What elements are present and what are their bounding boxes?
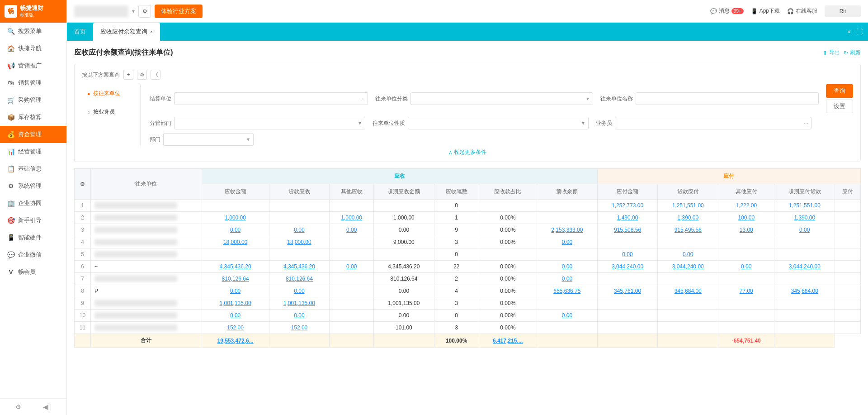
window-close-icon[interactable]: × [847,28,851,35]
sidebar-settings-btn[interactable]: ⚙ [15,403,21,410]
query-btn-group: 查询 设置 [826,84,853,113]
col-rec-overdue: 超期应收金额 [374,184,434,200]
collapse-arrow-icon: 《 [153,71,158,79]
sidebar: 畅 畅捷通财 标准版 🔍 搜索菜单 🏠 快捷导航 📢 营销推广 🛍 销售管理 🛒… [0,0,67,415]
export-button[interactable]: ⬆ 导出 [823,49,840,57]
search-fields-container: ● 按往来单位 ○ 按业务员 [82,84,853,146]
sidebar-item-search[interactable]: 🔍 搜索菜单 [0,23,66,40]
home-icon: 🏠 [7,45,14,52]
header-right: 💬 消息 99+ 📱 App下载 🎧 在线客服 Rit [710,5,861,17]
tab-close-icon[interactable]: × [150,29,153,34]
sidebar-item-sales[interactable]: 🛍 销售管理 [0,74,66,91]
sidebar-item-guide[interactable]: 🎯 新手引导 [0,212,66,229]
field-department: 部门 ▾ [146,133,853,146]
chevron-up-icon: ∧ [448,149,453,156]
page-inner: 应收应付余额查询(按往来单位) ⬆ 导出 ↻ 刷新 [67,41,868,415]
tab-receivables[interactable]: 应收应付余额查询 × [93,23,160,41]
sidebar-item-hardware[interactable]: 📱 智能硬件 [0,229,66,246]
online-service-action[interactable]: 🎧 在线客服 [787,7,817,15]
sidebar-item-purchase[interactable]: 🛒 采购管理 [0,91,66,109]
basic-icon: 📋 [7,165,14,172]
sidebar-bottom: ⚙ ◀‖ [0,398,66,415]
settings-small-icon: ⚙ [140,72,145,78]
user-info[interactable]: Rit [825,5,861,17]
window-expand-icon[interactable]: ⛶ [856,28,863,35]
col-rec-other: 其他应收 [330,184,374,200]
total-rec-amount[interactable]: 19,553,472,6... [202,334,269,348]
salesperson-input[interactable]: ··· [615,117,811,129]
receivable-group-header: 应收 [202,169,597,184]
total-pay-prepay[interactable]: 6,417,215.... [479,334,537,348]
sidebar-item-inventory[interactable]: 📦 库存核算 [0,109,66,126]
partner-name-input[interactable] [636,92,819,105]
app-logo: 畅 畅捷通财 标准版 [0,0,66,23]
table-row: 418,000.0018,000.009,000.0030.00%0.00 [75,236,861,248]
search-area: 按以下方案查询 + ⚙ 《 [74,64,861,162]
partner-name-cell [91,310,202,322]
main-area: ▾ ⚙ 体验行业方案 💬 消息 99+ 📱 App下载 🎧 在线 [67,0,868,415]
partner-category-select[interactable]: ▾ [410,92,594,105]
field-salesperson: 业务员 ··· [592,117,815,129]
page-content: 应收应付余额查询(按往来单位) ⬆ 导出 ↻ 刷新 [67,41,868,415]
col-rec-loan: 贷款应收 [269,184,330,200]
sidebar-item-business[interactable]: 📊 经营管理 [0,143,66,160]
collapse-more-button[interactable]: ∧ 收起更多条件 [448,148,486,156]
logo-badge: 标准版 [20,12,43,18]
scheme-collapse-button[interactable]: 《 [151,70,160,80]
corp-icon: 🏢 [7,200,14,207]
add-scheme-button[interactable]: + [123,70,133,80]
sidebar-item-corp[interactable]: 🏢 企业协同 [0,195,66,212]
partner-nature-select[interactable]: ▾ [408,117,588,129]
left-nav-panel: ● 按往来单位 ○ 按业务员 [82,84,141,146]
set-button[interactable]: 设置 [826,100,853,113]
search-label: 按以下方案查询 [82,71,120,79]
inventory-icon: 📦 [7,114,14,121]
field-partner-name: 往来单位名称 [597,84,822,113]
sidebar-item-system[interactable]: ⚙ 系统管理 [0,177,66,195]
logo-text: 畅捷通财 [20,5,43,12]
sidebar-item-wechat[interactable]: 💬 企业微信 [0,246,66,263]
partner-col-header: 往来单位 [91,169,202,200]
messages-action[interactable]: 💬 消息 99+ [710,7,744,15]
nav-by-salesperson[interactable]: ○ 按业务员 [82,105,137,119]
settlement-unit-input[interactable]: ··· [174,92,368,105]
sidebar-item-basic[interactable]: 📋 基础信息 [0,160,66,177]
app-download-action[interactable]: 📱 App下载 [751,7,780,15]
table-settings-icon[interactable]: ⚙ [80,181,85,187]
department-select[interactable]: ▾ [163,133,254,146]
query-button[interactable]: 查询 [826,84,853,98]
scheme-settings-button[interactable]: ⚙ [137,70,147,80]
data-table: ⚙ 往来单位 应收 应付 应收金额 贷款应收 其他应收 超期应收金额 [74,168,861,348]
settings-gear-button[interactable]: ⚙ [138,5,151,18]
sidebar-item-quick[interactable]: 🏠 快捷导航 [0,40,66,57]
refresh-button[interactable]: ↻ 刷新 [844,49,861,57]
message-badge: 99+ [731,8,744,14]
total-settings [75,334,91,348]
table-row: 500.000.00 [75,248,861,261]
partner-name-cell [91,273,202,285]
page-header-actions: ⬆ 导出 ↻ 刷新 [823,49,861,57]
payable-group-header: 应付 [597,169,860,184]
sidebar-item-member[interactable]: V 畅会员 [0,263,66,281]
promo-button[interactable]: 体验行业方案 [155,5,203,18]
table-row: 8P0.000.000.0040.00%655,636.75345,761.00… [75,285,861,297]
partner-name-cell: P [91,285,202,297]
tab-bar: 首页 应收应付余额查询 × × ⛶ [67,23,868,41]
search-toolbar: 按以下方案查询 + ⚙ 《 [82,70,853,80]
search-fields-area: 结算单位 ··· 往来单位分类 ▾ [146,84,853,146]
tab-receivables-label: 应收应付余额查询 [100,28,147,36]
sidebar-item-marketing[interactable]: 📢 营销推广 [0,57,66,74]
sidebar-item-finance[interactable]: 💰 资金管理 [0,126,66,143]
table-row: 6~4,345,436.204,345,436.200.004,345,436.… [75,261,861,273]
nav-by-partner[interactable]: ● 按往来单位 [82,86,137,101]
partner-name-cell [91,236,202,248]
total-label: 合计 [91,334,202,348]
business-icon: 📊 [7,148,14,155]
settlement-unit-label: 结算单位 [150,95,171,103]
hardware-icon: 📱 [7,234,14,241]
dept-in-charge-select[interactable]: ▾ [174,117,365,129]
tab-home[interactable]: 首页 [67,23,93,41]
sidebar-collapse-btn[interactable]: ◀‖ [43,403,51,410]
col-rec-amount: 应收金额 [202,184,269,200]
col-pay-other: 其他应付 [718,184,774,200]
